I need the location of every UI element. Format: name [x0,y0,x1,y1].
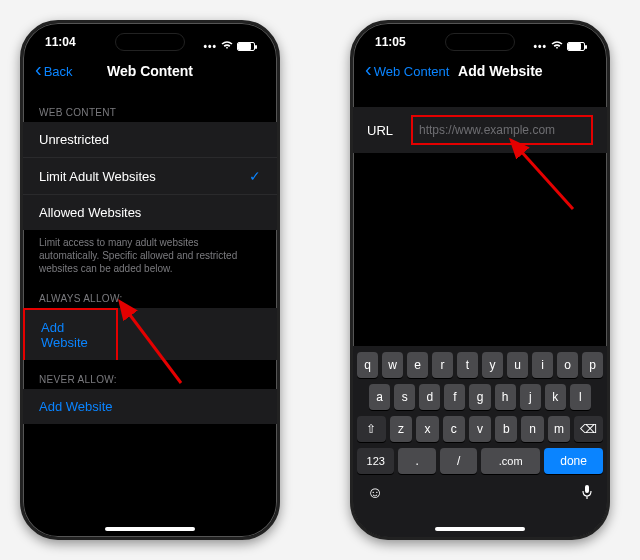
back-label: Web Content [374,64,450,79]
key-row-1: q w e r t y u i o p [357,352,603,378]
url-row: URL [353,107,607,153]
dictation-button[interactable] [581,484,593,503]
key-k[interactable]: k [545,384,566,410]
wifi-icon [551,39,563,53]
never-allow-group: Add Website [23,389,277,424]
key-d[interactable]: d [419,384,440,410]
restriction-options: Unrestricted Limit Adult Websites✓ Allow… [23,122,277,230]
clock: 11:04 [45,35,76,57]
key-j[interactable]: j [520,384,541,410]
option-limit-adult[interactable]: Limit Adult Websites✓ [23,158,277,195]
key-i[interactable]: i [532,352,553,378]
key-dotcom[interactable]: .com [481,448,540,474]
key-m[interactable]: m [548,416,570,442]
always-allow-group: Add Website [23,308,277,360]
page-title: Web Content [107,63,193,79]
key-z[interactable]: z [390,416,412,442]
key-e[interactable]: e [407,352,428,378]
key-row-3: ⇧ z x c v b n m ⌫ [357,416,603,442]
navbar: Back Web Content [23,57,277,89]
content: URL [353,89,607,153]
key-g[interactable]: g [469,384,490,410]
keyboard-bottom: ☺ [357,480,603,503]
add-website-never-allow[interactable]: Add Website [23,389,277,424]
wifi-icon [221,39,233,53]
option-allowed[interactable]: Allowed Websites [23,195,277,230]
add-website-always-allow[interactable]: Add Website [23,308,118,360]
section-header-never-allow: NEVER ALLOW: [23,360,277,389]
emoji-button[interactable]: ☺ [367,484,383,503]
home-indicator [435,527,525,531]
key-l[interactable]: l [570,384,591,410]
checkmark-icon: ✓ [249,168,261,184]
dynamic-island [445,33,515,51]
key-w[interactable]: w [382,352,403,378]
key-x[interactable]: x [416,416,438,442]
phone-left-web-content: 11:04 Back Web Content WEB CONTENT Unres… [20,20,280,540]
key-f[interactable]: f [444,384,465,410]
key-s[interactable]: s [394,384,415,410]
key-a[interactable]: a [369,384,390,410]
battery-icon [567,42,585,51]
section-header-always-allow: ALWAYS ALLOW: [23,279,277,308]
home-indicator [105,527,195,531]
chevron-left-icon [35,63,42,79]
battery-icon [237,42,255,51]
section-header-web-content: WEB CONTENT [23,93,277,122]
phone-right-add-website: 11:05 Web Content Add Website URL q w [350,20,610,540]
key-h[interactable]: h [495,384,516,410]
section-footer: Limit access to many adult websites auto… [23,230,277,279]
key-row-4: 123 . / .com done [357,448,603,474]
key-n[interactable]: n [521,416,543,442]
back-label: Back [44,64,73,79]
key-row-2: a s d f g h j k l [357,384,603,410]
key-c[interactable]: c [443,416,465,442]
navbar: Web Content Add Website [353,57,607,89]
page-title: Add Website [458,63,543,79]
chevron-left-icon [365,63,372,79]
cellular-icon [533,39,547,53]
key-123[interactable]: 123 [357,448,394,474]
annotation-arrow [503,141,583,225]
key-q[interactable]: q [357,352,378,378]
url-input[interactable] [413,117,591,143]
key-v[interactable]: v [469,416,491,442]
dynamic-island [115,33,185,51]
option-unrestricted[interactable]: Unrestricted [23,122,277,158]
back-button[interactable]: Back [35,63,73,79]
key-u[interactable]: u [507,352,528,378]
svg-line-1 [519,149,573,209]
key-o[interactable]: o [557,352,578,378]
key-r[interactable]: r [432,352,453,378]
url-label: URL [367,123,399,138]
back-button[interactable]: Web Content [365,63,449,79]
status-icons [533,35,585,57]
clock: 11:05 [375,35,406,57]
key-done[interactable]: done [544,448,603,474]
key-y[interactable]: y [482,352,503,378]
key-slash[interactable]: / [440,448,477,474]
key-backspace[interactable]: ⌫ [574,416,603,442]
status-icons [203,35,255,57]
cellular-icon [203,39,217,53]
key-t[interactable]: t [457,352,478,378]
keyboard: q w e r t y u i o p a s d f g h j k l ⇧ … [353,346,607,537]
key-p[interactable]: p [582,352,603,378]
key-period[interactable]: . [398,448,435,474]
url-field-highlight [411,115,593,145]
svg-rect-2 [585,485,589,493]
key-shift[interactable]: ⇧ [357,416,386,442]
content: WEB CONTENT Unrestricted Limit Adult Web… [23,89,277,424]
key-b[interactable]: b [495,416,517,442]
